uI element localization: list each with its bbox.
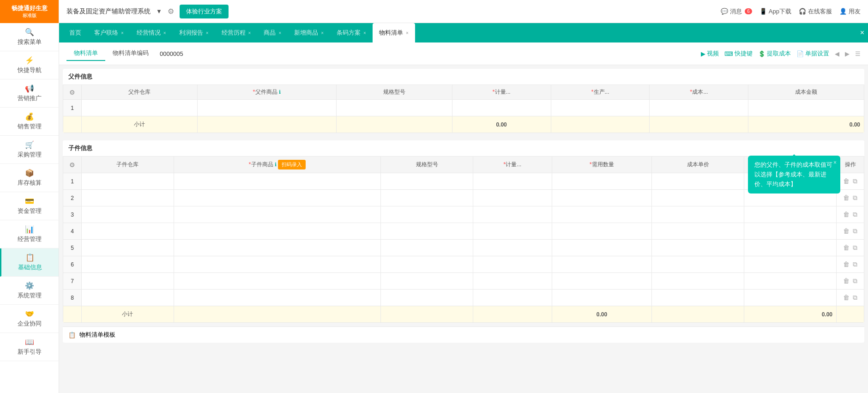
trial-button[interactable]: 体验行业方案 [180,5,229,18]
copy-row-5[interactable]: ⧉ [852,243,858,253]
tab-home[interactable]: 首页 [63,23,88,42]
child-qty-6[interactable] [552,256,652,273]
child-goods-5[interactable] [174,240,380,256]
child-qty-3[interactable] [552,206,652,223]
tab-goods[interactable]: 商品 × [257,23,288,42]
child-spec-8[interactable] [381,290,473,306]
child-amount-8[interactable] [744,290,837,306]
child-amount-4[interactable] [744,223,837,240]
child-amount-7[interactable] [744,273,837,290]
sidebar-item-base-info[interactable]: 📋 基础信息 [0,248,59,277]
child-warehouse-2[interactable] [82,190,174,206]
system-dropdown[interactable]: ▼ [156,8,162,15]
delete-row-1[interactable]: 🗑 [842,176,850,186]
child-unit-4[interactable] [473,223,552,240]
copy-row-7[interactable]: ⧉ [852,276,858,286]
copy-row-8[interactable]: ⧉ [852,293,858,302]
copy-row-3[interactable]: ⧉ [852,210,858,219]
child-unit-6[interactable] [473,256,552,273]
child-unit-cost-7[interactable] [652,273,744,290]
tab-bom[interactable]: 物料清单 × [373,23,415,42]
sidebar-item-system[interactable]: ⚙️ 系统管理 [0,277,59,305]
child-gear-col-icon[interactable]: ⚙ [69,161,75,169]
sidebar-item-finance[interactable]: 💳 资金管理 [0,192,59,220]
parent-qty-cell[interactable] [452,100,551,116]
gear-col-icon[interactable]: ⚙ [69,89,75,96]
child-spec-5[interactable] [381,240,473,256]
copy-row-2[interactable]: ⧉ [852,193,858,203]
child-qty-1[interactable] [552,173,652,190]
nav-prev-icon[interactable]: ◀ [835,50,839,57]
child-unit-8[interactable] [473,290,552,306]
child-unit-2[interactable] [473,190,552,206]
shortcut-btn[interactable]: ⌨ 快捷键 [724,49,753,58]
child-warehouse-5[interactable] [82,240,174,256]
delete-row-6[interactable]: 🗑 [842,260,850,269]
parent-amount-cell[interactable] [748,100,864,116]
sub-tab-bom-list[interactable]: 物料清单 [66,46,105,61]
child-unit-cost-2[interactable] [652,190,744,206]
child-qty-2[interactable] [552,190,652,206]
delete-row-5[interactable]: 🗑 [842,243,850,252]
child-unit-7[interactable] [473,273,552,290]
sub-tab-bom-code[interactable]: 物料清单编码 [105,46,156,61]
child-spec-7[interactable] [381,273,473,290]
tab-barcode[interactable]: 条码方案 × [330,23,373,42]
child-goods-2[interactable] [174,190,380,206]
tab-profit[interactable]: 利润报告 × [173,23,215,42]
delete-row-2[interactable]: 🗑 [842,193,850,202]
child-spec-1[interactable] [381,173,473,190]
tab-history-close[interactable]: × [248,30,251,36]
child-unit-cost-6[interactable] [652,256,744,273]
child-warehouse-3[interactable] [82,206,174,223]
notifications-btn[interactable]: 💬 消息 6 [721,7,752,16]
parent-goods-cell[interactable] [197,100,337,116]
child-qty-8[interactable] [552,290,652,306]
user-profile[interactable]: 👤 用友 [839,7,861,16]
parent-spec-cell[interactable] [337,100,452,116]
tab-add-goods[interactable]: 新增商品 × [288,23,330,42]
copy-row-1[interactable]: ⧉ [852,176,858,186]
child-goods-8[interactable] [174,290,380,306]
child-warehouse-1[interactable] [82,173,174,190]
copy-row-6[interactable]: ⧉ [852,260,858,269]
child-goods-3[interactable] [174,206,380,223]
child-spec-4[interactable] [381,223,473,240]
parent-prod-cell[interactable] [551,100,650,116]
delete-row-8[interactable]: 🗑 [842,293,850,302]
child-amount-6[interactable] [744,256,837,273]
extract-cost-btn[interactable]: 💲 提取成本 [758,49,791,58]
tab-bom-close[interactable]: × [406,30,409,36]
child-qty-7[interactable] [552,273,652,290]
expand-icon[interactable]: ☰ [855,50,861,57]
sidebar-item-operation[interactable]: 📊 经营管理 [0,220,59,248]
child-warehouse-4[interactable] [82,223,174,240]
child-warehouse-7[interactable] [82,273,174,290]
child-unit-cost-8[interactable] [652,290,744,306]
video-btn[interactable]: ▶ 视频 [701,49,719,58]
child-goods-7[interactable] [174,273,380,290]
child-spec-2[interactable] [381,190,473,206]
settings-icon[interactable]: ⚙ [168,7,174,16]
tab-add-goods-close[interactable]: × [321,30,324,36]
child-unit-5[interactable] [473,240,552,256]
child-unit-3[interactable] [473,206,552,223]
sidebar-item-search[interactable]: 🔍 搜索菜单 [0,23,59,51]
child-amount-5[interactable] [744,240,837,256]
copy-row-4[interactable]: ⧉ [852,226,858,236]
child-unit-1[interactable] [473,173,552,190]
delete-row-3[interactable]: 🗑 [842,210,850,219]
parent-warehouse-cell[interactable] [82,100,198,116]
nav-close-all[interactable]: × [860,29,864,37]
child-warehouse-6[interactable] [82,256,174,273]
tab-profit-close[interactable]: × [206,30,209,36]
scan-btn[interactable]: 扫码录入 [278,160,306,169]
online-service-btn[interactable]: 🎧 在线客服 [799,7,832,16]
parent-cost-cell[interactable] [650,100,748,116]
delete-row-7[interactable]: 🗑 [842,276,850,285]
sidebar-item-enterprise[interactable]: 🤝 企业协同 [0,305,59,333]
child-goods-1[interactable] [174,173,380,190]
child-unit-cost-1[interactable] [652,173,744,190]
child-goods-4[interactable] [174,223,380,240]
child-spec-3[interactable] [381,206,473,223]
